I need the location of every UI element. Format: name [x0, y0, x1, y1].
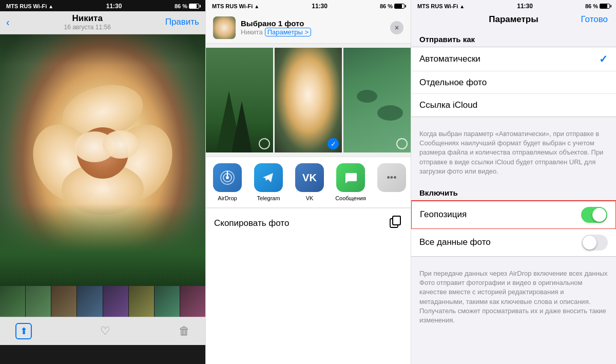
copy-photo-icon	[389, 215, 402, 232]
auto-description: Когда выбран параметр «Автоматически», п…	[411, 125, 616, 182]
send-as-section: Автоматически ✓ Отдельное фото Ссылка iC…	[411, 47, 616, 117]
svg-rect-5	[393, 216, 400, 225]
params-link[interactable]: Параметры >	[265, 28, 312, 36]
copy-photo-label: Скопировать фото	[214, 218, 381, 228]
thumb-8[interactable]	[180, 286, 205, 317]
toggle-knob-data	[583, 236, 596, 250]
params-done-button[interactable]: Готово	[577, 14, 608, 25]
battery-fill-3	[600, 4, 607, 8]
include-section: Геопозиция Все данные фото	[411, 200, 616, 257]
copy-icon-svg	[389, 215, 402, 228]
main-photo-1	[0, 34, 205, 286]
phone-3: MTS RUS Wi-Fi ▲ 11:30 86 % Параметры Гот…	[411, 0, 616, 364]
thumb-1[interactable]	[0, 286, 25, 317]
copy-photo-action[interactable]: Скопировать фото	[206, 208, 411, 238]
grid-photo-2[interactable]: ✓	[275, 48, 342, 152]
airdrop-label: AirDrop	[218, 195, 237, 201]
option-icloud-label: Ссылка iCloud	[419, 100, 477, 110]
status-bar-1: MTS RUS Wi-Fi ▲ 11:30 86 %	[0, 0, 205, 11]
battery-fill-2	[395, 4, 402, 8]
share-subtitle-row: Никита Параметры >	[241, 28, 385, 36]
nav-subtitle-1: 16 августа 11:56	[64, 24, 110, 31]
time-2: 11:30	[312, 3, 328, 10]
send-as-header: Отправить как	[411, 29, 616, 47]
app-item-vk[interactable]: VK VK	[293, 163, 326, 201]
all-data-row[interactable]: Все данные фото	[411, 229, 616, 256]
status-right-1: 86 %	[175, 3, 199, 9]
more-icon: •••	[377, 163, 406, 192]
share-name: Никита	[241, 28, 263, 36]
app-item-more[interactable]: •••	[375, 163, 408, 201]
app-item-messages[interactable]: Сообщения	[334, 163, 367, 201]
nav-title-1: Никита	[64, 13, 110, 24]
status-bar-2: MTS RUS Wi-Fi ▲ 11:30 86 %	[206, 0, 411, 11]
more-dots: •••	[387, 173, 397, 183]
thumb-7[interactable]	[155, 286, 180, 317]
thumb-3[interactable]	[51, 286, 76, 317]
share-header: Выбрано 1 фото Никита Параметры > ×	[206, 11, 411, 44]
option-auto[interactable]: Автоматически ✓	[411, 47, 616, 71]
airdrop-svg	[219, 169, 236, 186]
time-3: 11:30	[517, 3, 533, 10]
share-title: Выбрано 1 фото	[241, 19, 385, 28]
wifi-icon-1: ▲	[48, 4, 53, 9]
battery-label-1: 86 %	[175, 3, 187, 9]
option-auto-label: Автоматически	[419, 54, 480, 64]
option-icloud[interactable]: Ссылка iCloud	[411, 94, 616, 117]
delete-button-1[interactable]: 🗑	[179, 324, 190, 338]
telegram-icon	[254, 163, 283, 192]
wifi-icon-2: ▲	[254, 4, 259, 9]
inner-petal-2	[103, 130, 139, 159]
geolocation-label: Геопозиция	[420, 209, 467, 220]
include-header: Включить	[411, 182, 616, 200]
app-item-telegram[interactable]: Telegram	[252, 163, 285, 201]
params-title: Параметры	[450, 14, 577, 25]
share-button-1[interactable]: ⬆	[15, 323, 32, 339]
app-item-airdrop[interactable]: AirDrop	[211, 163, 244, 201]
status-right-2: 86 %	[380, 3, 405, 9]
share-info: Выбрано 1 фото Никита Параметры >	[241, 19, 385, 36]
thumb-5[interactable]	[103, 286, 128, 317]
edit-button-1[interactable]: Править	[165, 17, 199, 27]
top-fade	[0, 34, 205, 65]
airdrop-icon	[213, 163, 242, 192]
thumb-6[interactable]	[129, 286, 154, 317]
grid-photo-3[interactable]	[343, 48, 411, 152]
rose-bg	[275, 48, 342, 152]
battery-label-2: 86 %	[380, 3, 393, 9]
apps-row: AirDrop Telegram VK VK Сообщения	[206, 157, 411, 207]
svg-point-2	[226, 176, 229, 179]
status-bar-3: MTS RUS Wi-Fi ▲ 11:30 86 %	[411, 0, 616, 11]
telegram-label: Telegram	[257, 195, 280, 201]
thumb-2[interactable]	[26, 286, 51, 317]
messages-svg	[342, 169, 359, 186]
all-data-description: При передаче данных через AirDrop включе…	[411, 265, 616, 331]
all-data-toggle[interactable]	[582, 235, 608, 251]
grid-photo-1[interactable]	[206, 48, 273, 152]
favorite-button-1[interactable]: ♡	[100, 324, 110, 338]
phone-2: MTS RUS Wi-Fi ▲ 11:30 86 % Выбрано 1 фот…	[205, 0, 411, 364]
share-icon-1: ⬆	[20, 325, 28, 337]
messages-icon	[336, 163, 365, 192]
vk-label: VK	[306, 195, 314, 201]
status-right-3: 86 %	[585, 3, 610, 9]
share-close-button[interactable]: ×	[390, 21, 403, 34]
geolocation-toggle[interactable]	[581, 207, 607, 223]
battery-icon-3	[600, 4, 610, 9]
battery-icon-1	[189, 4, 199, 9]
geolocation-row[interactable]: Геопозиция	[411, 200, 616, 229]
option-separate[interactable]: Отдельное фото	[411, 71, 616, 94]
vk-icon: VK	[295, 163, 324, 192]
selection-circle-3	[396, 138, 408, 149]
carrier-2: MTS RUS Wi-Fi	[212, 3, 253, 9]
toggle-knob-geo	[592, 208, 606, 222]
telegram-svg	[260, 169, 277, 186]
selection-circle-1	[259, 138, 270, 149]
rose-overlay	[31, 81, 175, 225]
all-data-label: Все данные фото	[419, 237, 491, 247]
lily-bg	[343, 48, 411, 152]
thumb-4[interactable]	[77, 286, 102, 317]
back-button-1[interactable]: ‹	[6, 16, 10, 28]
auto-checkmark: ✓	[599, 53, 608, 65]
wifi-icon-3: ▲	[459, 4, 465, 9]
